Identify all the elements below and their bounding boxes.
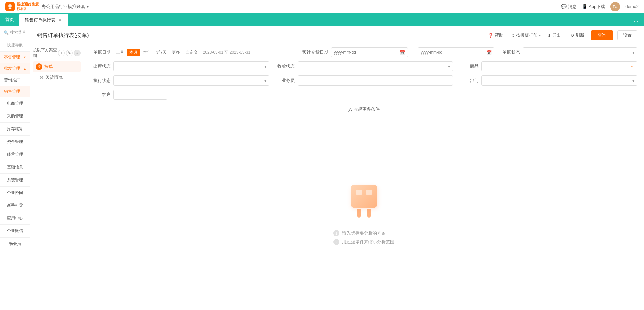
sidebar-item-inventory[interactable]: 库存核算 bbox=[0, 123, 30, 136]
date-tab-custom[interactable]: 自定义 bbox=[183, 49, 200, 56]
receipt-select[interactable] bbox=[298, 61, 453, 71]
sidebar-item-member[interactable]: 畅会员 bbox=[0, 238, 30, 250]
filter-row-2: 出库状态 ▾ 收款状态 bbox=[91, 61, 637, 71]
filter-customer: 客户 ··· bbox=[91, 90, 167, 100]
expand-icon: ▾ bbox=[24, 55, 26, 59]
date-start-input[interactable] bbox=[331, 47, 408, 57]
app-download-icon: 📱 bbox=[582, 4, 587, 9]
sidebar-item-cooperation[interactable]: 企业协同 bbox=[0, 187, 30, 199]
logo-area: 畅捷通好生意 标准版 bbox=[5, 2, 39, 11]
delivery-select[interactable] bbox=[113, 61, 269, 71]
settings-btn[interactable]: 设置 bbox=[617, 30, 637, 40]
sidebar-item-wholesale[interactable]: 批发管理 ▴ bbox=[0, 63, 30, 74]
help-icon: ❓ bbox=[488, 33, 493, 38]
date-start-icon[interactable]: 📅 bbox=[400, 50, 405, 55]
scheme-header: 按以下方案查询 + ✎ « bbox=[33, 46, 81, 61]
svg-point-0 bbox=[8, 4, 12, 8]
salesperson-input[interactable] bbox=[298, 75, 453, 86]
filter-salesperson: 业务员 ··· bbox=[275, 75, 453, 86]
department-label: 部门 bbox=[459, 78, 479, 84]
product-more-icon[interactable]: ··· bbox=[631, 64, 635, 69]
execution-control: ▾ bbox=[113, 75, 269, 86]
sidebar-item-operations[interactable]: 经营管理 bbox=[0, 148, 30, 161]
sidebar-item-finance[interactable]: 资金管理 bbox=[0, 136, 30, 148]
hint-num-1: 1 bbox=[333, 230, 339, 236]
status-control: ▾ bbox=[523, 47, 637, 57]
scheme-edit-btn[interactable]: ✎ bbox=[66, 50, 73, 56]
scheme-credit-icon: ⊙ bbox=[40, 75, 43, 80]
scheme-sub-credit[interactable]: ⊙ 欠货情况 bbox=[33, 72, 81, 82]
query-btn[interactable]: 查询 bbox=[591, 30, 613, 40]
tab-minimize-btn[interactable]: — bbox=[621, 16, 629, 24]
app-download-btn[interactable]: 📱 App下载 bbox=[582, 4, 605, 10]
empty-legs bbox=[344, 209, 384, 218]
product-input[interactable] bbox=[481, 61, 637, 71]
date-start-wrap: 📅 bbox=[331, 47, 408, 57]
date-tab-this-year[interactable]: 本年 bbox=[140, 49, 154, 56]
date-tab-this-month[interactable]: 本月 bbox=[127, 49, 140, 56]
filter-department: 部门 ▾ bbox=[459, 75, 637, 86]
sidebar-item-ecommerce[interactable]: 电商管理 bbox=[0, 97, 30, 110]
header-right: 💬 消息 📱 App下载 Ea demo2 bbox=[561, 2, 639, 11]
customer-input[interactable] bbox=[113, 90, 167, 100]
message-btn[interactable]: 💬 消息 bbox=[561, 4, 577, 10]
receipt-label: 收款状态 bbox=[275, 63, 295, 69]
sidebar-item-basic[interactable]: 基础信息 bbox=[0, 161, 30, 174]
tab-close-btn[interactable]: × bbox=[57, 17, 63, 23]
salesperson-more-icon[interactable]: ··· bbox=[447, 78, 451, 83]
print-btn[interactable]: 🖨 按模板打印 ▾ bbox=[510, 32, 541, 38]
customer-control: ··· bbox=[113, 90, 167, 100]
status-label: 单据状态 bbox=[500, 49, 520, 55]
main-layout: 🔍 搜索菜单 快捷导航 零售管理 ▾ 批发管理 ▴ 营销推广 销售管理 电商管理… bbox=[0, 26, 644, 310]
sidebar-search[interactable]: 🔍 搜索菜单 bbox=[0, 26, 30, 39]
empty-hint-1: 1 请先选择要分析的方案 bbox=[333, 230, 394, 236]
date-end-wrap: 📅 bbox=[418, 47, 494, 57]
customer-more-icon[interactable]: ··· bbox=[161, 92, 165, 97]
collapse-icon: ▴ bbox=[24, 67, 26, 70]
date-end-icon[interactable]: 📅 bbox=[486, 50, 492, 55]
sidebar-sub-sales[interactable]: 销售管理 bbox=[0, 86, 30, 97]
tab-sales-order[interactable]: 销售订单执行表 × bbox=[19, 14, 68, 27]
sidebar-item-appstore[interactable]: 应用中心 bbox=[0, 212, 30, 225]
execution-select[interactable] bbox=[113, 75, 269, 86]
sidebar-quick-nav[interactable]: 快捷导航 bbox=[0, 39, 30, 52]
delivery-control: ▾ bbox=[113, 61, 269, 71]
tab-home[interactable]: 首页 bbox=[0, 13, 19, 26]
scheme-actions: + ✎ « bbox=[58, 50, 81, 56]
sidebar-item-retail[interactable]: 零售管理 ▾ bbox=[0, 52, 30, 63]
filter-status: 单据状态 ▾ bbox=[500, 47, 637, 57]
date-end-input[interactable] bbox=[418, 47, 494, 57]
export-btn[interactable]: ⬇ 导出 bbox=[545, 31, 564, 40]
sidebar-item-wechat[interactable]: 企业微信 bbox=[0, 225, 30, 238]
username: demo2 bbox=[625, 4, 639, 9]
receipt-control: ▾ bbox=[298, 61, 453, 71]
salesperson-label: 业务员 bbox=[275, 78, 295, 84]
filter-row-4: 客户 ··· bbox=[91, 90, 637, 100]
scheme-collapse-btn[interactable]: « bbox=[74, 50, 81, 56]
sidebar-item-guide[interactable]: 新手引导 bbox=[0, 199, 30, 212]
expected-date-label: 预计交货日期 bbox=[302, 49, 328, 55]
department-control: ▾ bbox=[481, 75, 637, 86]
collapse-more-btn[interactable]: ⋀ 收起更多条件 bbox=[91, 104, 637, 115]
status-select[interactable] bbox=[523, 47, 637, 57]
department-select[interactable] bbox=[481, 75, 637, 86]
refresh-btn[interactable]: ↺ 刷新 bbox=[568, 31, 587, 40]
filter-product: 商品 ··· bbox=[459, 61, 637, 71]
product-control: ··· bbox=[481, 61, 637, 71]
sidebar-item-system[interactable]: 系统管理 bbox=[0, 174, 30, 187]
date-tab-more[interactable]: 更多 bbox=[169, 49, 183, 56]
date-tab-last-month[interactable]: 上月 bbox=[113, 49, 127, 56]
industry-selector[interactable]: 办公用品行业模拟账套 ▾ bbox=[42, 4, 89, 10]
date-tab-7days[interactable]: 近7天 bbox=[154, 49, 169, 56]
product-label: 商品 bbox=[459, 63, 479, 69]
print-icon: 🖨 bbox=[510, 33, 515, 38]
tab-maximize-btn[interactable]: ⛶ bbox=[632, 16, 640, 24]
scheme-add-btn[interactable]: + bbox=[58, 50, 65, 56]
scheme-item-order[interactable]: 按 按单 bbox=[33, 61, 81, 72]
help-btn[interactable]: ❓ 帮助 bbox=[485, 31, 506, 40]
main-panel: 单据日期 上月 本月 本年 近7天 更多 自定义 20 bbox=[84, 43, 644, 310]
sidebar-sub-marketing[interactable]: 营销推广 bbox=[0, 74, 30, 86]
sidebar-item-purchase[interactable]: 采购管理 bbox=[0, 110, 30, 123]
top-header: 畅捷通好生意 标准版 办公用品行业模拟账套 ▾ 💬 消息 📱 App下载 Ea … bbox=[0, 0, 644, 13]
date-range-expected: 📅 — 📅 bbox=[331, 47, 495, 57]
